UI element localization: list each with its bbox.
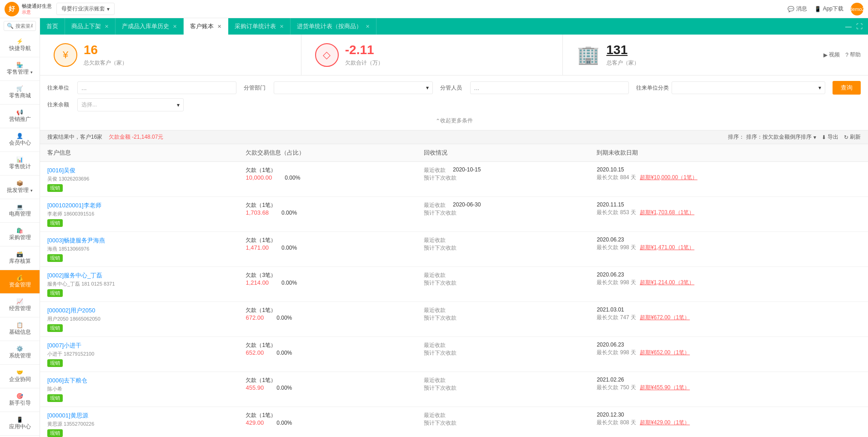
customer-tag: 现销 (47, 219, 63, 227)
filter-person: 分管人员 ... (440, 81, 629, 94)
sidebar-item-retail-stats[interactable]: 📊 零售统计 (0, 152, 40, 176)
table-row: [0006]去下粮仓 陈小希 现销 欠款（1笔） 455.90 0.00% 最近… (40, 372, 868, 407)
close-icon[interactable]: ✕ (280, 24, 284, 30)
debt-row: 672.00 0.00% (246, 314, 409, 321)
sidebar-item-member[interactable]: 👤 会员中心 (0, 128, 40, 152)
close-icon[interactable]: ✕ (217, 24, 221, 30)
vendor-class-select[interactable]: ▾ (672, 81, 825, 94)
overdue-link[interactable]: 超期¥652.00（1笔） (640, 349, 690, 357)
tab-purchase-summary[interactable]: 采购订单统计表 ✕ (228, 18, 291, 35)
help-btn[interactable]: ? 帮助 (845, 51, 861, 59)
filter-row-1: 往来单位 ... 分管部门 ▾ 分管人员 (47, 81, 861, 95)
tab-home[interactable]: 首页 (40, 18, 65, 35)
sidebar-item-guide[interactable]: 🎯 新手引导 (0, 388, 40, 412)
next-collect-label: 预计下次收款 (424, 279, 582, 287)
sidebar-item-enterprise[interactable]: 🤝 企业协同 (0, 365, 40, 388)
sidebar-search-box[interactable]: 🔍 (4, 21, 36, 31)
overdue-link[interactable]: 超期¥429.00（1笔） (640, 419, 690, 427)
customer-name-link[interactable]: [0006]去下粮仓 (47, 377, 87, 384)
sidebar-item-inventory[interactable]: 🗃️ 库存核算 (0, 246, 40, 270)
minimize-icon[interactable]: — (843, 21, 853, 32)
sidebar-item-ecommerce[interactable]: 💻 电商管理 (0, 199, 40, 223)
customer-tag: 现销 (47, 324, 63, 332)
overdue-row: 最长欠款 884 天 超期¥10,000.00（1笔） (597, 174, 861, 181)
app-center-icon: 📱 (3, 417, 37, 423)
sidebar-item-marketing[interactable]: 📢 营销推广 (0, 105, 40, 128)
sidebar-item-quick-nav[interactable]: ⚡ 快捷导航 (0, 34, 40, 57)
close-icon[interactable]: ✕ (366, 24, 370, 30)
collection-row: 最近收款 (424, 342, 582, 349)
basic-icon: 📋 (3, 322, 37, 328)
overdue-row: 最长欠款 808 天 超期¥429.00（1笔） (597, 419, 861, 427)
retail-mall-icon: 🛒 (3, 85, 37, 92)
app-download-btn[interactable]: 📱 App下载 (814, 5, 843, 13)
overdue-link[interactable]: 超期¥1,471.00（1笔） (640, 244, 694, 251)
sidebar-item-batch-mgmt[interactable]: 📦 批发管理 ▾ (0, 176, 40, 199)
tab-customer-account[interactable]: 客户账本 ✕ (184, 18, 228, 35)
sidebar-item-ops[interactable]: 📈 经营管理 (0, 294, 40, 317)
overdue-link[interactable]: 超期¥455.90（1笔） (640, 384, 690, 392)
overdue-amount-label: 欠款合计（万） (345, 59, 383, 67)
tab-product-history[interactable]: 产成品入库单历史 ✕ (115, 18, 184, 35)
tab-product-shelf[interactable]: 商品上下架 ✕ (65, 18, 115, 35)
dept-select[interactable]: ▾ (274, 81, 433, 94)
sidebar-item-retail-mall[interactable]: 🛒 零售商城 (0, 81, 40, 105)
next-collect-label: 预计下次收款 (424, 209, 582, 217)
debt-row: 10,000.00 0.00% (246, 174, 409, 181)
customer-name-link[interactable]: [0007]小进干 (47, 342, 81, 349)
sort-dropdown[interactable]: 排序： 排序：按欠款金额倒序排序 ▾ (728, 133, 816, 141)
video-btn[interactable]: ▶ 视频 (823, 51, 840, 59)
vendor-input[interactable]: ... (77, 81, 236, 94)
close-icon[interactable]: ✕ (105, 24, 109, 30)
stats-bar: ¥ 16 总欠款客户（家） ◇ -2.11 欠款合计（万） (40, 35, 868, 75)
customer-name-link[interactable]: [000001]黄思源 (47, 412, 88, 419)
total-customers-value: 131 (607, 43, 639, 57)
customer-name-link[interactable]: [0001020001]李老师 (47, 202, 101, 209)
customer-name-link[interactable]: [0003]畅捷服务尹海燕 (47, 237, 105, 244)
tab-purchase-stats[interactable]: 进货单统计表（按商品） ✕ (291, 18, 376, 35)
export-btn[interactable]: ⬇ 导出 (822, 133, 838, 141)
last-collect-label: 最近收款 (424, 201, 446, 209)
user-profile-btn[interactable]: demo2 (851, 3, 863, 15)
person-input[interactable]: ... (470, 81, 629, 94)
sidebar-item-purchase[interactable]: 🛍️ 采购管理 (0, 223, 40, 246)
overdue-link[interactable]: 超期¥1,703.68（1笔） (640, 209, 694, 216)
last-collect-date: 2020-06-30 (453, 201, 481, 209)
customer-tag: 现销 (47, 429, 63, 437)
store-selector[interactable]: 母婴行业演示账套 ▾ (56, 3, 115, 15)
overdue-link[interactable]: 超期¥672.00（1笔） (640, 314, 690, 321)
message-btn[interactable]: 💬 消息 (788, 5, 807, 13)
sidebar-item-app-center[interactable]: 📱 应用中心 (0, 412, 40, 436)
balance-select[interactable]: 选择... ▾ (77, 98, 184, 111)
col-collection: 回收情况 (416, 144, 589, 162)
debt-pct: 0.00% (276, 315, 292, 321)
customer-name-link[interactable]: [0002]服务中心_丁磊 (47, 272, 102, 279)
customer-name-link[interactable]: [0016]吴俊 (47, 167, 75, 174)
sidebar-item-basic[interactable]: 📋 基础信息 (0, 317, 40, 341)
overdue-link[interactable]: 超期¥1,214.00（3笔） (640, 279, 694, 286)
customer-name-link[interactable]: [000002]用户2050 (47, 307, 95, 314)
expand-icon[interactable]: ⛶ (854, 21, 864, 32)
overdue-link[interactable]: 超期¥10,000.00（1笔） (640, 174, 697, 181)
due-date-cell: 2020.06.23 最长欠款 998 天 超期¥1,471.00（1笔） (589, 232, 868, 267)
collection-row: 最近收款 (424, 271, 582, 279)
debt-info-cell: 欠款（1笔） 652.00 0.00% (238, 337, 416, 372)
table-row: [0016]吴俊 吴俊 13026203696 现销 欠款（1笔） 10,000… (40, 162, 868, 197)
next-collect-label: 预计下次收款 (424, 244, 582, 252)
sidebar-search-input[interactable] (15, 23, 33, 29)
chevron-down-icon: ▾ (30, 70, 33, 75)
marketing-icon: 📢 (3, 109, 37, 116)
refresh-btn[interactable]: ↻ 刷新 (844, 133, 861, 141)
close-icon[interactable]: ✕ (173, 24, 177, 30)
sidebar-item-capital[interactable]: 💰 资金管理 (0, 270, 40, 294)
sidebar: 🔍 ⚡ 快捷导航 🏪 零售管理 ▾ 🛒 零售商城 (0, 18, 40, 437)
debt-pct: 0.00% (276, 385, 292, 391)
search-button[interactable]: 查询 (833, 81, 861, 95)
sidebar-item-retail-mgmt[interactable]: 🏪 零售管理 ▾ (0, 57, 40, 81)
logo-text: 畅捷通好生意 示意 (22, 3, 52, 15)
customer-tag: 现销 (47, 394, 63, 402)
sidebar-item-system[interactable]: ⚙️ 系统管理 (0, 341, 40, 365)
next-collect-label: 预计下次收款 (424, 349, 582, 357)
logo-icon: 好 (5, 2, 19, 16)
collapse-btn[interactable]: ⌃ 收起更多条件 (47, 115, 861, 126)
